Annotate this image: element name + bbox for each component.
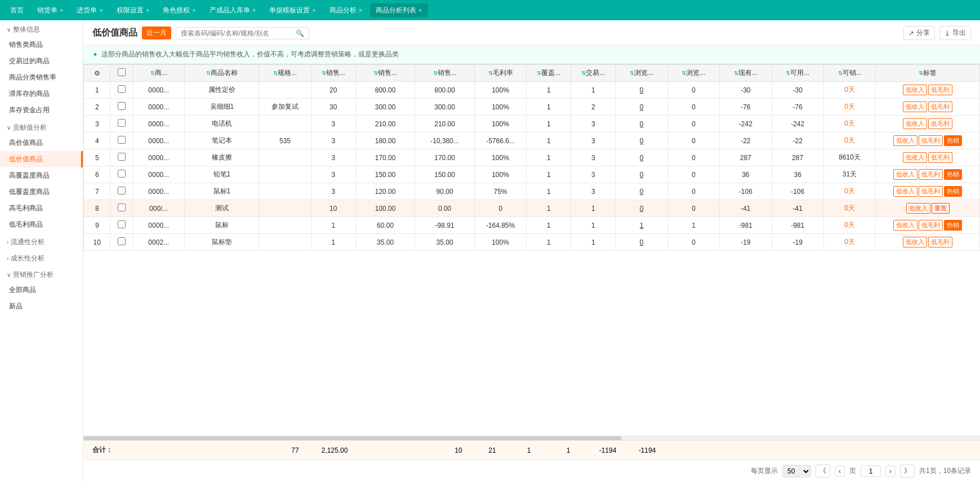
row-checkbox[interactable]: [118, 204, 126, 211]
sidebar-item-high-coverage[interactable]: 高覆盖度商品: [0, 167, 83, 184]
cell-browse1[interactable]: 0: [616, 183, 667, 200]
sidebar-item-inventory-capital[interactable]: 库存资金占用: [0, 102, 83, 118]
cell-check[interactable]: [110, 132, 133, 149]
col-trade[interactable]: ⇅交易...: [571, 65, 616, 82]
row-checkbox[interactable]: [118, 237, 126, 245]
col-spec[interactable]: ⇅规格...: [259, 65, 311, 82]
row-checkbox[interactable]: [118, 153, 126, 161]
col-code[interactable]: ⇅商...: [133, 65, 185, 82]
sidebar-group-flow[interactable]: › 流通性分析: [0, 233, 83, 249]
cell-check[interactable]: [110, 116, 133, 132]
sidebar-item-stagnant-goods[interactable]: 滞库存的商品: [0, 86, 83, 102]
row-checkbox[interactable]: [118, 170, 126, 178]
search-icon[interactable]: 🔍: [296, 29, 304, 37]
cell-browse1[interactable]: 0: [616, 116, 667, 132]
prev-page-button[interactable]: ‹: [835, 466, 845, 477]
cell-check[interactable]: [110, 234, 133, 251]
row-checkbox[interactable]: [118, 220, 126, 228]
sidebar-group-growth[interactable]: › 成长性分析: [0, 249, 83, 266]
col-stock1[interactable]: ⇅现有...: [720, 65, 772, 82]
col-stock2[interactable]: ⇅可用...: [772, 65, 823, 82]
cell-browse1[interactable]: 0: [616, 99, 667, 116]
col-tags[interactable]: ⇅标签: [876, 65, 980, 82]
filter-button[interactable]: 近一月: [142, 26, 171, 39]
col-sale-amt[interactable]: ⇅销售...: [355, 65, 415, 82]
browse-link[interactable]: 0: [640, 154, 644, 162]
nav-tab-permission[interactable]: 权限设置×: [111, 3, 155, 17]
nav-tab-analysis-list[interactable]: 商品分析列表×: [370, 3, 427, 17]
last-page-button[interactable]: 》: [900, 465, 915, 477]
table-container[interactable]: ⚙ ⇅商... ⇅商品名称 ⇅规格... ⇅销售... ⇅销售... ⇅销售..…: [83, 64, 980, 436]
sidebar-item-low-profit[interactable]: 低毛利商品: [0, 216, 83, 233]
sidebar-group-marketing[interactable]: ∨ 营销推广分析: [0, 266, 83, 282]
browse-link[interactable]: 0: [640, 137, 644, 145]
col-sale-qty[interactable]: ⇅销售...: [311, 65, 355, 82]
cell-check[interactable]: [110, 200, 133, 217]
cell-browse2: 0: [667, 82, 719, 99]
col-name[interactable]: ⇅商品名称: [185, 65, 259, 82]
nav-tab-home[interactable]: 首页: [5, 3, 29, 17]
browse-link[interactable]: 1: [640, 222, 644, 229]
browse-link[interactable]: 0: [640, 103, 644, 111]
sidebar-item-high-profit[interactable]: 高毛利商品: [0, 200, 83, 216]
sidebar-item-low-coverage[interactable]: 低覆盖度商品: [0, 184, 83, 200]
nav-tab-role[interactable]: 角色授权×: [157, 3, 201, 17]
col-settings[interactable]: ⚙: [84, 65, 110, 82]
col-browse1[interactable]: ⇅浏览...: [616, 65, 667, 82]
browse-link[interactable]: 0: [640, 120, 644, 128]
cell-browse1[interactable]: 0: [616, 200, 667, 217]
sidebar-item-all-goods[interactable]: 全部商品: [0, 282, 83, 298]
nav-tab-sales[interactable]: 销货单×: [32, 3, 69, 17]
row-checkbox[interactable]: [118, 136, 126, 144]
browse-link[interactable]: 0: [640, 238, 644, 246]
cell-check[interactable]: [110, 217, 133, 234]
browse-link[interactable]: 0: [640, 188, 644, 196]
col-check[interactable]: [110, 65, 133, 82]
sidebar-item-low-value[interactable]: 低价值商品: [0, 151, 83, 167]
page-number-input[interactable]: [861, 466, 881, 477]
nav-tab-purchase[interactable]: 进货单×: [71, 3, 108, 17]
cell-check[interactable]: [110, 183, 133, 200]
row-checkbox[interactable]: [118, 187, 126, 194]
browse-link[interactable]: 0: [640, 86, 644, 94]
sidebar-item-new-goods[interactable]: 新品: [0, 298, 83, 315]
export-button[interactable]: ⤓ 导出: [939, 26, 971, 40]
cell-browse1[interactable]: 0: [616, 166, 667, 183]
nav-tab-product[interactable]: 产成品入库单×: [204, 3, 261, 17]
cell-check[interactable]: [110, 166, 133, 183]
horizontal-scrollbar[interactable]: [83, 436, 980, 440]
cell-check[interactable]: [110, 99, 133, 116]
row-checkbox[interactable]: [118, 119, 126, 127]
browse-link[interactable]: 0: [640, 171, 644, 179]
col-sale-days[interactable]: ⇅可销...: [823, 65, 875, 82]
sidebar-item-category-sales[interactable]: 商品分类销售率: [0, 69, 83, 86]
sidebar-group-contribution[interactable]: ∨ 贡献值分析: [0, 118, 83, 135]
col-sale-profit[interactable]: ⇅销售...: [415, 65, 475, 82]
cell-browse1[interactable]: 0: [616, 132, 667, 149]
cell-browse1[interactable]: 1: [616, 217, 667, 234]
sidebar-group-overview[interactable]: ∨ 整体信息: [0, 20, 83, 37]
row-checkbox[interactable]: [118, 85, 126, 93]
cell-name: 属性定价: [185, 82, 259, 99]
first-page-button[interactable]: 《: [816, 465, 830, 477]
sidebar-item-high-value[interactable]: 高价值商品: [0, 135, 83, 151]
nav-tab-analysis[interactable]: 商品分析×: [324, 3, 368, 17]
row-checkbox[interactable]: [118, 102, 126, 110]
select-all-checkbox[interactable]: [118, 68, 126, 76]
nav-tab-template[interactable]: 单据模板设置×: [264, 3, 321, 17]
sidebar-item-sales-goods[interactable]: 销售类商品: [0, 37, 83, 53]
sidebar-item-traded-goods[interactable]: 交易过的商品: [0, 53, 83, 69]
col-gross-margin[interactable]: ⇅毛利率: [474, 65, 526, 82]
next-page-button[interactable]: ›: [885, 466, 896, 477]
cell-browse1[interactable]: 0: [616, 149, 667, 166]
cell-browse1[interactable]: 0: [616, 82, 667, 99]
cell-check[interactable]: [110, 82, 133, 99]
cell-check[interactable]: [110, 149, 133, 166]
page-size-select[interactable]: 50 20 100: [782, 465, 811, 477]
search-input[interactable]: [181, 29, 293, 37]
col-cover[interactable]: ⇅覆盖...: [527, 65, 571, 82]
col-browse2[interactable]: ⇅浏览...: [667, 65, 719, 82]
cell-browse1[interactable]: 0: [616, 234, 667, 251]
browse-link[interactable]: 0: [640, 205, 644, 213]
share-button[interactable]: ↗ 分享: [903, 26, 935, 40]
